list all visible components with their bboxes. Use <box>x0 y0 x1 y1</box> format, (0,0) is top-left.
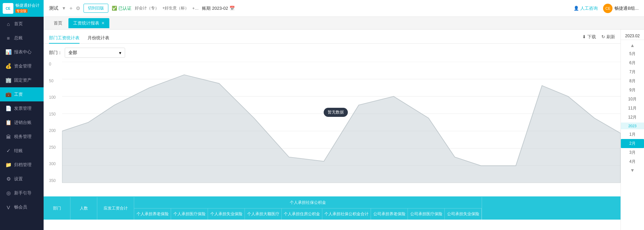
content-area: 部门工资统计表 月份统计表 ⬇ 下载 ↻ 刷新 部门： 全部 <box>44 30 644 230</box>
tag-good-accounting: 好会计（专） <box>135 5 159 11</box>
certified-icon: ✅ <box>112 6 117 11</box>
th-total-salary: 应发工资合计 <box>97 197 134 220</box>
month-6[interactable]: 6月 <box>621 58 644 67</box>
month-2[interactable]: 2月 <box>621 139 644 148</box>
sidebar-item-purchase[interactable]: 📋 进销台账 <box>0 116 44 130</box>
close-period-icon: ✓ <box>5 148 11 154</box>
month-11[interactable]: 11月 <box>621 104 644 113</box>
scroll-down-icon[interactable]: ▼ <box>629 166 636 174</box>
logo-text: 畅捷通好会计 专业版 <box>15 3 40 13</box>
th-personal-pension: 个人承担养老保险 <box>134 209 171 220</box>
sidebar-item-guide[interactable]: ◎ 新手引导 <box>0 186 44 200</box>
period-label: 账期 <box>202 5 211 11</box>
purchase-icon: 📋 <box>5 120 11 126</box>
topbar-right: 👤 人工咨询 CE 畅捷通B组... <box>574 4 639 13</box>
sidebar-item-reports[interactable]: 📊 报表中心 <box>0 45 44 59</box>
table-header: 部门 人数 应发工资合计 个人承担社保公积金 个人承担养老保险 个人承担医疗保险… <box>44 197 621 220</box>
right-panel: 2023.02 ▲ 5月 6月 7月 8月 9月 10月 11月 12月 202… <box>621 30 644 230</box>
sidebar-item-archive[interactable]: 📁 归档管理 <box>0 158 44 172</box>
sidebar-item-close[interactable]: ✓ 结账 <box>0 144 44 158</box>
chart-svg <box>62 62 621 183</box>
filter-bar: 部门： 全部 ▾ <box>44 44 621 62</box>
calendar-icon[interactable]: 📅 <box>229 6 235 11</box>
sidebar-label-close: 结账 <box>14 148 23 154</box>
sidebar-label-assets: 固定资产 <box>14 77 32 83</box>
topbar-dropdown-icon[interactable]: ▼ <box>62 6 66 11</box>
month-9[interactable]: 9月 <box>621 86 644 95</box>
sidebar-label-archive: 归档管理 <box>14 162 32 168</box>
month-4[interactable]: 4月 <box>621 157 644 166</box>
tab-close-icon[interactable]: ✕ <box>101 21 105 26</box>
refresh-btn[interactable]: ↻ 刷新 <box>601 34 615 40</box>
sidebar-item-settings[interactable]: ⚙ 设置 <box>0 172 44 186</box>
tab-salary-report[interactable]: 工资统计报表 ✕ <box>68 18 109 28</box>
sidebar-item-ledger[interactable]: ≡ 总账 <box>0 31 44 45</box>
download-btn[interactable]: ⬇ 下载 <box>582 34 596 40</box>
switch-old-btn[interactable]: 切到旧版 <box>84 4 108 13</box>
tab-monthly-salary[interactable]: 月份统计表 <box>88 33 109 44</box>
tab-home[interactable]: 首页 <box>49 18 67 28</box>
inner-tabs: 部门工资统计表 月份统计表 ⬇ 下载 ↻ 刷新 <box>44 30 621 44</box>
bottom-table: 部门 人数 应发工资合计 个人承担社保公积金 个人承担养老保险 个人承担医疗保险… <box>44 196 621 230</box>
scroll-up-icon[interactable]: ▲ <box>629 41 636 49</box>
sidebar-label-member: 畅会员 <box>14 204 27 210</box>
sidebar-item-member[interactable]: V 畅会员 <box>0 200 44 214</box>
sidebar-label-salary: 工资 <box>14 91 23 97</box>
avatar: CE <box>603 4 612 13</box>
member-icon: V <box>5 204 11 210</box>
dept-select[interactable]: 全部 ▾ <box>65 48 125 58</box>
refresh-icon: ↻ <box>601 34 605 39</box>
month-10[interactable]: 10月 <box>621 95 644 104</box>
logo: CE 畅捷通好会计 专业版 <box>0 0 44 17</box>
topbar-add-icon[interactable]: + <box>69 5 72 11</box>
sidebar: CE 畅捷通好会计 专业版 ⌂ 首页 ≡ 总账 📊 报表中心 💰 资金管理 🏢 … <box>0 0 44 230</box>
sidebar-item-invoice[interactable]: 📄 发票管理 <box>0 101 44 116</box>
th-headcount: 人数 <box>70 197 97 220</box>
topbar: 测试 ▼ + ⚙ 切到旧版 ✅ 已认证 好会计（专） +好生意（标） +… 账期… <box>44 0 644 17</box>
y-axis-labels: 350 300 250 200 150 100 50 0 <box>49 62 62 183</box>
sidebar-nav: ⌂ 首页 ≡ 总账 📊 报表中心 💰 资金管理 🏢 固定资产 💼 工资 📄 发票… <box>0 17 44 230</box>
invoice-icon: 📄 <box>5 105 11 111</box>
help-btn[interactable]: 👤 人工咨询 <box>574 5 598 11</box>
tab-label: 工资统计报表 <box>73 20 99 26</box>
month-7[interactable]: 7月 <box>621 67 644 77</box>
th-personal-unemployment: 个人承担失业保险 <box>208 209 245 220</box>
th-dept: 部门 <box>44 197 70 220</box>
th-company-unemployment: 公司承担失业保险 <box>445 209 482 220</box>
month-5[interactable]: 5月 <box>621 49 644 58</box>
th-company-pension: 公司承担养老保险 <box>371 209 408 220</box>
th-personal-total: 个人承担社保公积金合计 <box>322 209 371 220</box>
funds-icon: 💰 <box>5 63 11 69</box>
month-3[interactable]: 3月 <box>621 148 644 157</box>
topbar-settings-icon[interactable]: ⚙ <box>76 5 80 11</box>
sidebar-item-funds[interactable]: 💰 资金管理 <box>0 59 44 73</box>
th-personal-medical: 个人承担医疗保险 <box>171 209 208 220</box>
tax-icon: 🏛 <box>5 134 11 140</box>
year-2023-label: 2023 <box>621 123 644 129</box>
user-area[interactable]: CE 畅捷通B组... <box>603 4 639 13</box>
reports-icon: 📊 <box>5 49 11 55</box>
dept-label: 部门： <box>49 50 62 56</box>
month-12[interactable]: 12月 <box>621 113 644 122</box>
logo-icon: CE <box>3 3 13 14</box>
page-content: 部门工资统计表 月份统计表 ⬇ 下载 ↻ 刷新 部门： 全部 <box>44 30 621 230</box>
month-8[interactable]: 8月 <box>621 77 644 86</box>
sidebar-item-salary[interactable]: 💼 工资 <box>0 87 44 101</box>
sidebar-item-tax[interactable]: 🏛 税务管理 <box>0 130 44 144</box>
home-icon: ⌂ <box>5 21 11 27</box>
sidebar-label-ledger: 总账 <box>14 35 23 41</box>
chart-container: 350 300 250 200 150 100 50 0 <box>44 62 621 196</box>
chart-svg-wrapper: 暂无数据 <box>62 62 621 183</box>
sidebar-label-settings: 设置 <box>14 176 23 182</box>
sidebar-label-funds: 资金管理 <box>14 63 32 69</box>
dept-select-value: 全部 <box>68 50 77 56</box>
user-name: 畅捷通B组... <box>614 5 639 11</box>
tab-dept-salary[interactable]: 部门工资统计表 <box>49 33 79 44</box>
th-group-label: 个人承担社保公积金 <box>134 197 482 209</box>
sidebar-item-home[interactable]: ⌂ 首页 <box>0 17 44 31</box>
month-1[interactable]: 1月 <box>621 130 644 139</box>
tabbar: 首页 工资统计报表 ✕ <box>44 17 644 30</box>
sidebar-label-invoice: 发票管理 <box>14 105 32 111</box>
topbar-period: 账期 2023-02 📅 <box>202 5 235 11</box>
sidebar-item-assets[interactable]: 🏢 固定资产 <box>0 73 44 87</box>
